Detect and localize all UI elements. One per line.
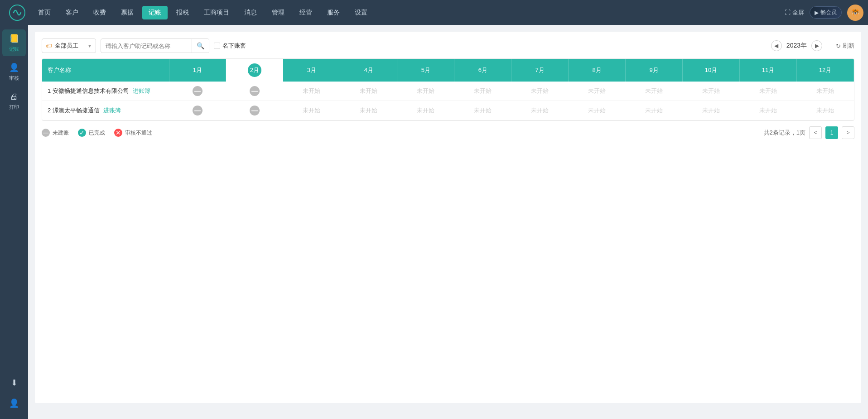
month-cell-10[interactable]: 未开始 [683,101,740,120]
employee-select[interactable]: 🏷 全部员工 ▼ [42,39,96,53]
sidebar-item-user[interactable]: 👤 [2,394,26,412]
user-avatar[interactable]: 🐯 [847,5,863,21]
nav-bookkeeping[interactable]: 记账 [142,6,168,19]
not-started-text: 未开始 [759,87,777,94]
nav-fee[interactable]: 收费 [87,6,112,19]
search-wrap: 🔍 [101,39,209,53]
month-cell-1[interactable]: — [169,101,226,120]
nav-service[interactable]: 服务 [321,6,346,19]
not-started-text: 未开始 [702,87,720,94]
not-started-text: 未开始 [360,87,377,94]
month-cell-5[interactable]: 未开始 [397,82,454,101]
month-cell-4[interactable]: 未开始 [340,101,397,120]
nav-manage[interactable]: 管理 [265,6,291,19]
sidebar-item-audit[interactable]: 👤 审核 [2,58,26,85]
fullscreen-icon: ⛶ [785,9,791,16]
month-cell-9[interactable]: 未开始 [626,82,683,101]
enter-ledger-link[interactable]: 进账簿 [103,107,121,114]
user-icon: 👤 [9,398,19,409]
month-cell-9[interactable]: 未开始 [626,101,683,120]
col-oct-header: 10月 [683,59,740,82]
not-started-text: 未开始 [303,87,320,94]
page-number: 1 [830,130,834,136]
month-cell-3[interactable]: 未开始 [283,101,340,120]
sidebar-item-bookkeeping[interactable]: 📒 记账 [2,29,26,56]
col-dec-header: 12月 [796,59,854,82]
not-started-text: 未开始 [531,107,549,114]
prev-page-button[interactable]: < [809,126,822,139]
nav-business[interactable]: 工商项目 [198,6,236,19]
month-cell-8[interactable]: 未开始 [569,101,626,120]
nav-operation[interactable]: 经营 [293,6,318,19]
month-cell-12[interactable]: 未开始 [796,101,854,120]
month-cell-3[interactable]: 未开始 [283,82,340,101]
month-cell-11[interactable]: 未开始 [740,82,797,101]
year-display: 2023年 [786,42,807,50]
col-may-header: 5月 [397,59,454,82]
month-cell-1[interactable]: — [169,82,226,101]
employee-select-icon: 🏷 [46,42,52,49]
col-mar-header: 3月 [283,59,340,82]
month-cell-2[interactable]: — [226,101,283,120]
not-started-text: 未开始 [702,107,720,114]
nav-customer[interactable]: 客户 [59,6,85,19]
col-client-header: 客户名称 [42,59,169,82]
col-aug-header: 8月 [569,59,626,82]
month-cell-5[interactable]: 未开始 [397,101,454,120]
my-accounts-checkbox-wrap[interactable]: 名下账套 [214,42,246,50]
next-year-icon: ▶ [815,43,819,49]
month-cell-6[interactable]: 未开始 [454,101,511,120]
nav-home[interactable]: 首页 [32,6,57,19]
nav-tax[interactable]: 报税 [170,6,195,19]
month-cell-11[interactable]: 未开始 [740,101,797,120]
month-cell-4[interactable]: 未开始 [340,82,397,101]
download-icon: ⬇ [9,377,19,388]
prev-year-button[interactable]: ◀ [771,40,782,51]
next-page-button[interactable]: > [842,126,854,139]
left-sidebar: 📒 记账 👤 审核 🖨 打印 ⬇ 👤 [0,25,28,419]
legend-failed-icon: ✕ [114,129,122,137]
employee-select-text: 全部员工 [55,42,85,50]
search-button[interactable]: 🔍 [192,39,209,53]
col-jun-header: 6月 [454,59,511,82]
col-nov-header: 11月 [740,59,797,82]
nav-right: ⛶ 全屏 ▶ 畅会员 🐯 [785,5,863,21]
legend-not-built: — 未建账 [42,129,69,137]
vip-icon: ▶ [815,10,819,16]
sidebar-item-download[interactable]: ⬇ [2,374,26,392]
year-nav: ◀ 2023年 ▶ [771,40,822,51]
month-cell-6[interactable]: 未开始 [454,82,511,101]
enter-ledger-link[interactable]: 进账簿 [133,87,150,94]
nav-settings[interactable]: 设置 [348,6,374,19]
status-dash-icon: — [193,106,203,116]
client-name-cell: 1 安徽畅捷通信息技术有限公司进账簿 [42,82,169,101]
fullscreen-button[interactable]: ⛶ 全屏 [785,9,804,17]
vip-button[interactable]: ▶ 畅会员 [810,6,842,19]
month-cell-10[interactable]: 未开始 [683,82,740,101]
month-cell-7[interactable]: 未开始 [511,101,569,120]
table-scroll[interactable]: 客户名称 1月 2月 3月 4月 5月 6月 7月 8月 9月 [42,59,854,120]
next-year-button[interactable]: ▶ [811,40,822,51]
legend-completed-icon: ✓ [78,129,86,137]
sidebar-bottom: ⬇ 👤 [2,374,26,419]
next-page-icon: > [846,130,849,136]
search-input[interactable] [101,43,192,49]
audit-icon: 👤 [9,62,19,73]
sidebar-item-print[interactable]: 🖨 打印 [2,87,26,114]
current-page-button[interactable]: 1 [825,126,838,139]
col-jul-header: 7月 [511,59,569,82]
month-cell-7[interactable]: 未开始 [511,82,569,101]
refresh-button[interactable]: ↻ 刷新 [836,42,854,50]
not-started-text: 未开始 [645,87,663,94]
month-cell-8[interactable]: 未开始 [569,82,626,101]
nav-message[interactable]: 消息 [238,6,263,19]
total-records: 共2条记录，1页 [764,129,805,137]
nav-invoice[interactable]: 票据 [115,6,140,19]
status-dash-icon: — [250,86,260,96]
my-accounts-checkbox[interactable] [214,43,220,49]
not-started-text: 未开始 [816,107,834,114]
month-cell-2[interactable]: — [226,82,283,101]
prev-page-icon: < [814,130,817,136]
toolbar: 🏷 全部员工 ▼ 🔍 名下账套 ◀ 2023年 ▶ [42,39,854,53]
month-cell-12[interactable]: 未开始 [796,82,854,101]
